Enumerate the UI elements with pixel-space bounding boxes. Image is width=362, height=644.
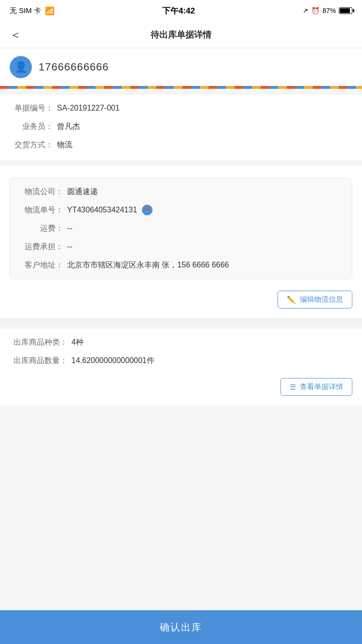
salesman-row: 业务员： 曾凡杰 xyxy=(10,121,352,132)
order-no-value: SA-20191227-001 xyxy=(57,102,352,114)
tracking-no-text: YT43064053424131 xyxy=(67,204,137,216)
freight-label: 运费： xyxy=(20,223,63,234)
tracking-no-label: 物流单号： xyxy=(20,204,63,216)
location-status-icon: ↗ xyxy=(303,7,308,14)
product-quantity-label: 出库商品数量： xyxy=(10,355,68,366)
order-info-section: 单据编号： SA-20191227-001 业务员： 曾凡杰 交货方式： 物流 xyxy=(0,95,362,160)
status-left: 无 SIM 卡 📶 xyxy=(10,6,55,15)
tracking-no-value: YT43064053424131 📍 xyxy=(67,204,342,216)
view-detail-label: 查看单据详情 xyxy=(300,382,343,392)
edit-logistics-label: 编辑物流信息 xyxy=(300,295,343,304)
avatar-icon: 👤 xyxy=(14,61,28,73)
section-separator xyxy=(0,318,362,323)
product-quantity-row: 出库商品数量： 14.620000000000001件 xyxy=(10,355,352,366)
order-no-row: 单据编号： SA-20191227-001 xyxy=(10,102,352,114)
map-pin-icon[interactable]: 📍 xyxy=(142,205,153,215)
carrier-label: 无 SIM 卡 xyxy=(10,6,41,15)
spacer xyxy=(0,406,362,502)
view-detail-btn-row: ☰ 查看单据详情 xyxy=(10,373,352,396)
salesman-label: 业务员： xyxy=(10,121,53,132)
logistics-company-value: 圆通速递 xyxy=(67,186,342,197)
order-no-label: 单据编号： xyxy=(10,102,53,114)
alarm-icon: ⏰ xyxy=(311,7,320,14)
delivery-value: 物流 xyxy=(57,139,352,151)
freight-bear-row: 运费承担： -- xyxy=(20,241,342,252)
avatar: 👤 xyxy=(10,56,32,78)
customer-header: 👤 17666666666 xyxy=(0,48,362,86)
customer-phone: 17666666666 xyxy=(39,61,109,73)
signal-icon: 📶 xyxy=(45,6,55,15)
battery-fill xyxy=(340,8,350,13)
status-bar: 无 SIM 卡 📶 下午4:42 ↗ ⏰ 87% xyxy=(0,0,362,21)
salesman-value: 曾凡杰 xyxy=(57,121,352,132)
product-types-label: 出库商品种类： xyxy=(10,336,68,348)
edit-logistics-button[interactable]: ✏️ 编辑物流信息 xyxy=(278,291,352,308)
page-title: 待出库单据详情 xyxy=(151,29,211,41)
status-right: ↗ ⏰ 87% xyxy=(303,7,352,14)
nav-bar: ＜ 待出库单据详情 xyxy=(0,21,362,48)
view-detail-button[interactable]: ☰ 查看单据详情 xyxy=(280,378,352,396)
freight-bear-value: -- xyxy=(67,241,342,252)
edit-logistics-btn-row: ✏️ 编辑物流信息 xyxy=(10,286,352,308)
logistics-company-row: 物流公司： 圆通速递 xyxy=(20,186,342,197)
inventory-section: 出库商品种类： 4种 出库商品数量： 14.620000000000001件 ☰… xyxy=(0,329,362,406)
freight-bear-label: 运费承担： xyxy=(20,241,63,252)
address-value: 北京市市辖区海淀区永丰南 张，156 6666 6666 xyxy=(67,259,342,271)
logistics-company-label: 物流公司： xyxy=(20,186,63,197)
delivery-row: 交货方式： 物流 xyxy=(10,139,352,151)
dashed-divider xyxy=(0,86,362,89)
freight-row: 运费： -- xyxy=(20,223,342,234)
address-label: 客户地址： xyxy=(20,259,63,271)
logistics-card: 物流公司： 圆通速递 物流单号： YT43064053424131 📍 运费： … xyxy=(10,178,352,279)
list-icon: ☰ xyxy=(290,383,296,392)
back-button[interactable]: ＜ xyxy=(10,27,29,42)
confirm-button[interactable]: 确认出库 xyxy=(0,610,362,644)
confirm-button-label: 确认出库 xyxy=(160,621,202,634)
logistics-section: 物流公司： 圆通速递 物流单号： YT43064053424131 📍 运费： … xyxy=(0,166,362,318)
battery-percent: 87% xyxy=(322,7,336,14)
product-quantity-value: 14.620000000000001件 xyxy=(71,355,352,366)
tracking-no-row: 物流单号： YT43064053424131 📍 xyxy=(20,204,342,216)
address-row: 客户地址： 北京市市辖区海淀区永丰南 张，156 6666 6666 xyxy=(20,259,342,271)
status-time: 下午4:42 xyxy=(162,5,195,16)
product-types-value: 4种 xyxy=(71,336,352,348)
product-types-row: 出库商品种类： 4种 xyxy=(10,336,352,348)
edit-icon: ✏️ xyxy=(287,295,296,304)
delivery-label: 交货方式： xyxy=(10,139,53,151)
freight-value: -- xyxy=(67,223,342,234)
battery-icon xyxy=(339,7,352,14)
